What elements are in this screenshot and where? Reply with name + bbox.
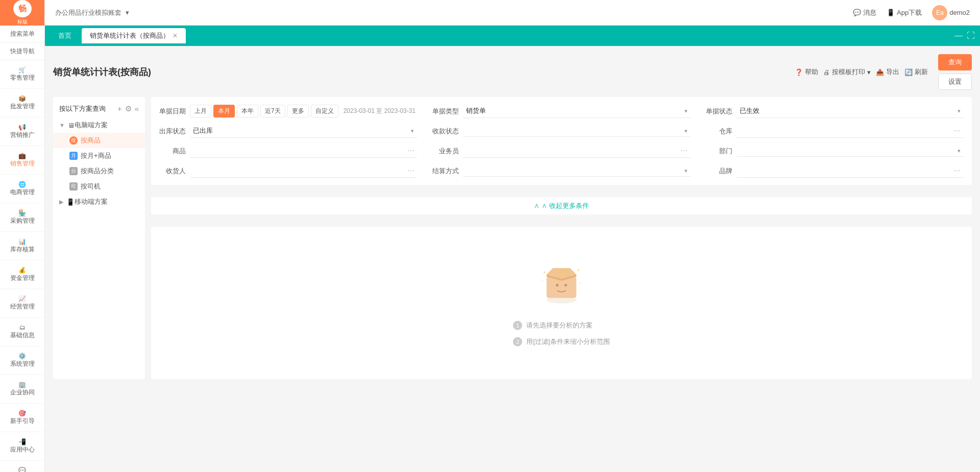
brand-dropdown[interactable]: ··· xyxy=(737,164,964,178)
scheme-settings-icon[interactable]: ⚙ xyxy=(125,104,132,113)
sidebar-item-app-center[interactable]: 📲 应用中心 xyxy=(0,432,44,461)
logo-label: 标版 xyxy=(17,18,28,26)
sidebar-item-finance[interactable]: 💰 资金管理 xyxy=(0,261,44,289)
svg-point-2 xyxy=(556,284,558,287)
date-btn-last-month[interactable]: 上月 xyxy=(190,105,211,117)
date-btn-more[interactable]: 更多 xyxy=(287,105,309,117)
brand-label: 品牌 xyxy=(706,167,732,176)
sales-icon: 💼 xyxy=(3,152,41,159)
date-btn-this-month[interactable]: 本月 xyxy=(213,105,235,117)
collapse-panel-icon[interactable]: « xyxy=(135,104,139,113)
tab-home[interactable]: 首页 xyxy=(50,28,80,43)
recipient-dots-icon[interactable]: ··· xyxy=(407,166,414,175)
tip-num-2: 2 xyxy=(513,337,522,346)
page-header: 销货单统计计表(按商品) ❓ 帮助 🖨 按模板打印 ▾ 📤 导出 🔄 刷新 xyxy=(53,54,972,90)
date-label: 单据日期 xyxy=(159,107,186,116)
add-scheme-icon[interactable]: + xyxy=(117,104,122,113)
sidebar-item-system[interactable]: ⚙️ 系统管理 xyxy=(0,346,44,375)
sidebar-item-inventory[interactable]: 📊 库存核算 xyxy=(0,232,44,261)
sidebar-item-retail[interactable]: 🛒 零售管理 xyxy=(0,60,44,89)
help-button[interactable]: ❓ 帮助 xyxy=(795,67,818,77)
sales-rep-dots-icon[interactable]: ··· xyxy=(680,146,687,155)
warehouse-label: 仓库 xyxy=(706,127,732,136)
scheme-icon-by-cashier: 司 xyxy=(69,182,78,191)
sidebar-menu-list: 🛒 零售管理 📦 批发管理 📢 营销推广 💼 销售管理 🌐 电商管理 🏪 采购管… xyxy=(0,60,44,472)
scheme-group-desktop-header[interactable]: ▼ 🖥 电脑端方案 xyxy=(53,117,145,133)
user-avatar-button[interactable]: Ea demo2 xyxy=(932,5,970,20)
inventory-icon: 📊 xyxy=(3,238,41,245)
settings-button[interactable]: 设置 xyxy=(938,74,972,90)
payment-status-dropdown[interactable]: ▾ xyxy=(463,126,690,137)
scheme-item-by-goods[interactable]: 按 按商品 xyxy=(53,133,145,148)
goods-dropdown[interactable]: ··· xyxy=(190,144,417,158)
operations-icon: 📈 xyxy=(3,295,41,302)
doc-status-value: 已生效 xyxy=(740,106,760,115)
query-button[interactable]: 查询 xyxy=(938,54,972,70)
tab-maximize-icon[interactable]: ⛶ xyxy=(967,31,975,40)
sidebar-item-basic[interactable]: 🗂 基础信息 xyxy=(0,318,44,346)
scheme-item-by-cashier[interactable]: 司 按司机 xyxy=(53,179,145,194)
tab-close-icon[interactable]: ✕ xyxy=(173,32,178,39)
refresh-button[interactable]: 🔄 刷新 xyxy=(904,67,928,77)
tip-text-2: 用[过滤]条件来缩小分析范围 xyxy=(526,335,609,348)
payment-status-arrow-icon: ▾ xyxy=(684,128,688,134)
sales-rep-dropdown[interactable]: ··· xyxy=(463,144,690,158)
sidebar-item-newbie[interactable]: 🎯 新手引导 xyxy=(0,404,44,432)
date-filter-buttons: 上月 本月 本年 近7天 更多 自定义 2023-03-01 至 2023-03… xyxy=(190,105,415,117)
doc-type-value: 销货单 xyxy=(466,106,486,115)
warehouse-status-arrow-icon: ▾ xyxy=(411,128,414,134)
search-menu-item[interactable]: 搜索菜单 xyxy=(0,26,44,43)
tip-text-1: 请先选择要分析的方案 xyxy=(526,319,593,332)
scheme-group-mobile-header[interactable]: ▶ 📱 移动端方案 xyxy=(53,194,145,209)
date-btn-custom[interactable]: 自定义 xyxy=(311,105,338,117)
left-panel-actions: + ⚙ « xyxy=(117,104,139,113)
sidebar-item-wechat[interactable]: 💬 企业微信 xyxy=(0,461,44,472)
sidebar-item-marketing[interactable]: 📢 营销推广 xyxy=(0,117,44,146)
doc-status-arrow-icon: ▾ xyxy=(958,108,961,114)
doc-status-dropdown[interactable]: 已生效 ▾ xyxy=(737,104,964,118)
date-btn-last-7-days[interactable]: 近7天 xyxy=(260,105,285,117)
warehouse-dots-icon[interactable]: ··· xyxy=(954,126,961,135)
warehouse-field: 仓库 ··· xyxy=(706,124,964,138)
sidebar-item-ecommerce[interactable]: 🌐 电商管理 xyxy=(0,175,44,203)
collapse-filters-button[interactable]: ∧ ∧ 收起更多条件 xyxy=(151,197,972,215)
export-button[interactable]: 📤 导出 xyxy=(876,67,899,77)
date-btn-this-year[interactable]: 本年 xyxy=(237,105,258,117)
workspace-selector[interactable]: 办公用品行业模拟账套 ▾ xyxy=(55,8,129,17)
app-download-icon: 📱 xyxy=(887,9,895,16)
template-print-button[interactable]: 🖨 按模板打印 ▾ xyxy=(823,67,871,77)
warehouse-status-dropdown[interactable]: 已出库 ▾ xyxy=(190,124,417,138)
sidebar-item-enterprise[interactable]: 🏢 企业协同 xyxy=(0,375,44,404)
dept-arrow-icon: ▾ xyxy=(958,148,961,154)
doc-type-dropdown[interactable]: 销货单 ▾ xyxy=(463,104,690,118)
brand-dots-icon[interactable]: ··· xyxy=(954,166,961,175)
sales-rep-label: 业务员 xyxy=(432,147,459,156)
scheme-item-by-month-goods[interactable]: 月 按月+商品 xyxy=(53,148,145,163)
message-button[interactable]: 💬 消息 xyxy=(853,8,876,17)
sidebar-item-purchase[interactable]: 🏪 采购管理 xyxy=(0,203,44,232)
warehouse-status-value: 已出库 xyxy=(193,126,213,135)
sidebar-item-operations[interactable]: 📈 经营管理 xyxy=(0,289,44,318)
mobile-group-icon: 📱 xyxy=(66,198,75,206)
app-download-button[interactable]: 📱 App下载 xyxy=(887,8,922,17)
empty-tip-row-1: 1 请先选择要分析的方案 xyxy=(513,319,609,332)
refresh-icon: 🔄 xyxy=(904,68,913,76)
sidebar-item-sales[interactable]: 💼 销售管理 xyxy=(0,146,44,175)
sidebar: 畅 标版 搜索菜单 快捷导航 🛒 零售管理 📦 批发管理 📢 营销推广 💼 销售… xyxy=(0,0,45,472)
newbie-icon: 🎯 xyxy=(3,410,41,417)
tab-sales-stat[interactable]: 销货单统计计表（按商品） ✕ xyxy=(82,28,186,43)
app-center-icon: 📲 xyxy=(3,438,41,445)
ecommerce-icon: 🌐 xyxy=(3,181,41,188)
date-range-display: 2023-03-01 至 2023-03-31 xyxy=(344,107,415,115)
recipient-dropdown[interactable]: ··· xyxy=(190,164,417,178)
warehouse-dropdown[interactable]: ··· xyxy=(737,124,964,138)
scheme-icon-by-goods: 按 xyxy=(69,136,78,145)
tab-minimize-icon[interactable]: — xyxy=(954,31,963,40)
quick-nav-item[interactable]: 快捷导航 xyxy=(0,43,44,60)
scheme-item-by-goods-cat[interactable]: 分 按商品分类 xyxy=(53,163,145,179)
settlement-dropdown[interactable]: ▾ xyxy=(463,166,690,177)
goods-dots-icon[interactable]: ··· xyxy=(407,146,414,155)
brand-field: 品牌 ··· xyxy=(706,164,964,178)
dept-dropdown[interactable]: ▾ xyxy=(737,146,964,157)
sidebar-item-wholesale[interactable]: 📦 批发管理 xyxy=(0,89,44,117)
